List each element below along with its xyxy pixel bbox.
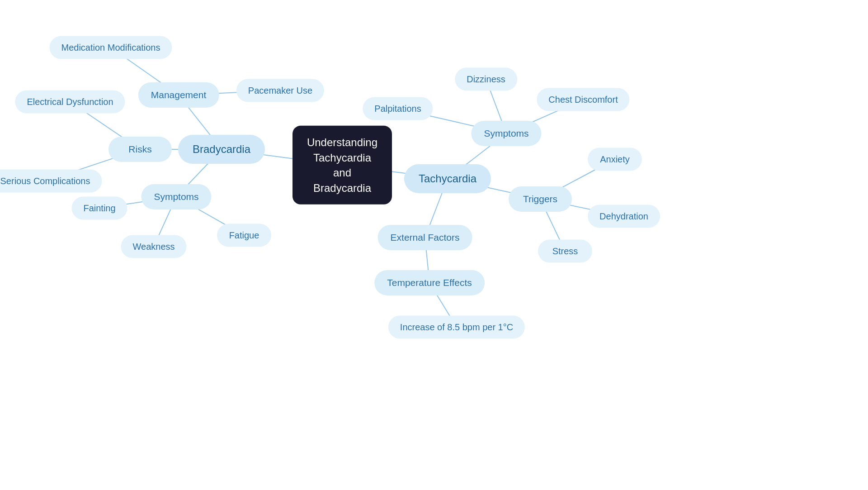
node-chest[interactable]: Chest Discomfort <box>537 88 629 111</box>
node-external[interactable]: External Factors <box>378 225 472 250</box>
node-dizziness[interactable]: Dizziness <box>455 68 517 91</box>
node-increase_bpm[interactable]: Increase of 8.5 bpm per 1°C <box>388 316 525 339</box>
node-fainting[interactable]: Fainting <box>71 197 127 220</box>
node-dehydration[interactable]: Dehydration <box>588 205 660 228</box>
node-triggers[interactable]: Triggers <box>509 186 572 212</box>
node-fatigue[interactable]: Fatigue <box>217 224 271 247</box>
node-anxiety[interactable]: Anxiety <box>588 148 642 171</box>
node-palpitations[interactable]: Palpitations <box>363 97 433 120</box>
node-bradycardia[interactable]: Bradycardia <box>178 135 265 164</box>
node-symptoms_tachy[interactable]: Symptoms <box>471 121 541 146</box>
node-symptoms_brady[interactable]: Symptoms <box>141 184 211 209</box>
node-pacemaker[interactable]: Pacemaker Use <box>236 79 324 102</box>
node-serious[interactable]: Serious Complications <box>0 170 102 193</box>
node-stress[interactable]: Stress <box>538 240 592 263</box>
node-risks[interactable]: Risks <box>108 137 172 162</box>
node-weakness[interactable]: Weakness <box>121 235 186 258</box>
node-management[interactable]: Management <box>138 82 219 108</box>
node-medication_mod[interactable]: Medication Modifications <box>50 36 172 59</box>
node-tachycardia[interactable]: Tachycardia <box>404 164 491 193</box>
node-electrical[interactable]: Electrical Dysfunction <box>15 90 125 114</box>
mind-map: Understanding Tachycardia and Bradycardi… <box>0 0 868 490</box>
node-center[interactable]: Understanding Tachycardia and Bradycardi… <box>292 126 392 205</box>
node-temp_effects[interactable]: Temperature Effects <box>374 270 485 295</box>
